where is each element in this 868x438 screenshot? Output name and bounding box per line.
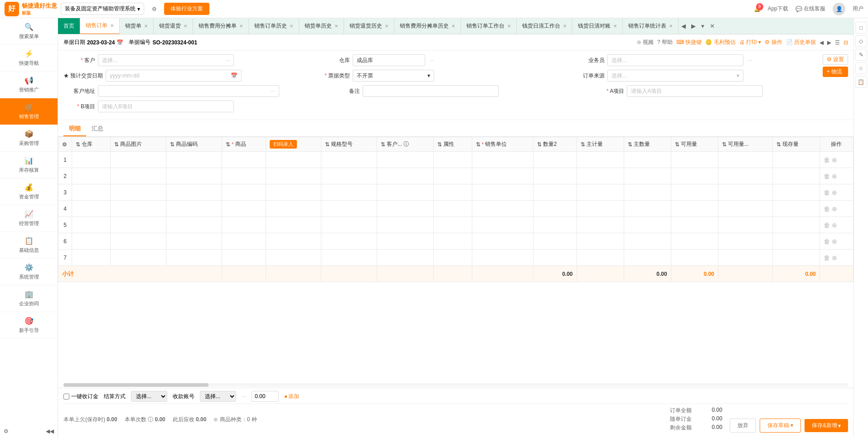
tab-expense-split-close[interactable]: ✕ — [239, 24, 243, 29]
row-6-attribute[interactable] — [433, 233, 472, 250]
warehouse-ellipsis[interactable]: ··· — [430, 57, 434, 63]
tab-cash-reconcile[interactable]: 钱货日清对账 ✕ — [572, 18, 623, 34]
row-7-attribute[interactable] — [433, 250, 472, 266]
row-6-code[interactable] — [166, 233, 222, 250]
row-7-delete-btn[interactable]: 🗑 — [824, 254, 830, 261]
customer-ellipsis[interactable]: ··· — [225, 57, 230, 63]
row-7-qty2[interactable] — [533, 250, 577, 266]
customer-address-input[interactable]: ··· — [98, 85, 279, 97]
tab-prev-btn[interactable]: ◀ — [679, 18, 689, 34]
right-panel-btn-5[interactable]: 📋 — [855, 76, 867, 88]
tab-sales-return[interactable]: 销货单 ✕ — [120, 18, 154, 34]
row-3-sales-unit[interactable] — [472, 184, 533, 201]
online-service-link[interactable]: 💬 在线客服 — [795, 5, 825, 13]
payment-amount-input[interactable] — [252, 391, 279, 402]
row-3-code[interactable] — [166, 184, 222, 201]
row-5-main-qty[interactable] — [624, 217, 671, 233]
tab-sales-refund[interactable]: 销货退货 ✕ — [154, 18, 193, 34]
print-btn[interactable]: 🖨 打印 ▾ — [739, 39, 761, 46]
tab-expense-history-close[interactable]: ✕ — [451, 24, 455, 29]
tab-next-btn[interactable]: ▶ — [689, 18, 698, 34]
one-click-confirm-input[interactable] — [63, 394, 69, 399]
tab-cash-workbench-close[interactable]: ✕ — [563, 24, 567, 29]
user-avatar[interactable]: 👤 — [833, 3, 845, 15]
row-7-spec[interactable] — [321, 250, 377, 266]
calendar-icon[interactable]: 📅 — [116, 39, 123, 46]
tab-sales-return-close[interactable]: ✕ — [144, 24, 148, 29]
row-3-main-qty[interactable] — [624, 184, 671, 201]
sidebar-item-operations[interactable]: 📈 经营管理 — [0, 205, 58, 232]
settings-config-btn[interactable]: ⚙ 设置 — [823, 54, 848, 65]
row-7-warehouse[interactable] — [72, 250, 111, 266]
sidebar-item-marketing[interactable]: 📢 营销推广 — [0, 72, 58, 98]
customer-address-ellipsis[interactable]: ··· — [271, 88, 275, 94]
row-7-main-qty[interactable] — [624, 250, 671, 266]
row-2-delete-btn[interactable]: 🗑 — [824, 173, 830, 180]
toolbar-grid-view[interactable]: ☰ — [835, 39, 840, 46]
row-1-copy-btn[interactable]: ⊕ — [832, 156, 837, 164]
row-5-qty2[interactable] — [533, 217, 577, 233]
system-name-dropdown[interactable]: 装备及固定资产辅助管理系统 ▾ — [61, 3, 144, 15]
history-btn[interactable]: 📄 历史单据 — [786, 39, 816, 46]
tab-expense-history[interactable]: 销售费用分摊单历史 ✕ — [394, 18, 461, 34]
row-3-delete-btn[interactable]: 🗑 — [824, 189, 830, 196]
add-payment-btn[interactable]: ● 添加 — [284, 393, 299, 400]
row-3-qty2[interactable] — [533, 184, 577, 201]
row-3-product[interactable] — [222, 184, 266, 201]
row-7-code[interactable] — [166, 250, 222, 266]
row-1-sales-unit[interactable] — [472, 152, 533, 168]
right-panel-btn-3[interactable]: ✎ — [855, 49, 867, 61]
profit-preview-btn[interactable]: 🪙 毛利预估 — [705, 39, 735, 46]
tab-sales-order[interactable]: 销售订单 ✕ — [80, 18, 120, 34]
sidebar-item-enterprise[interactable]: 🏢 企业协同 — [0, 285, 58, 312]
row-2-cust-code[interactable] — [377, 168, 433, 184]
row-4-product[interactable] — [222, 201, 266, 217]
view-video-btn[interactable]: ⊙ 视频 — [637, 39, 654, 46]
salesperson-input[interactable]: 选择... — [607, 54, 743, 66]
row-4-code[interactable] — [166, 201, 222, 217]
row-6-cust-code[interactable] — [377, 233, 433, 250]
sidebar-item-finance[interactable]: 💰 资金管理 — [0, 178, 58, 205]
tab-refund-history-close[interactable]: ✕ — [385, 24, 388, 29]
row-4-cust-code[interactable] — [377, 201, 433, 217]
sidebar-item-sales[interactable]: 🛒 销售管理 — [0, 98, 58, 125]
row-4-delete-btn[interactable]: 🗑 — [824, 205, 830, 212]
sidebar-item-inventory[interactable]: 📊 库存核算 — [0, 152, 58, 178]
tab-expense-split[interactable]: 销售费用分摊单 ✕ — [193, 18, 249, 34]
tab-sales-order-close[interactable]: ✕ — [110, 23, 114, 28]
detail-tab-detail[interactable]: 明细 — [63, 122, 86, 136]
plan-button[interactable]: 体验行业方案 — [164, 3, 209, 15]
row-1-delete-btn[interactable]: 🗑 — [824, 156, 830, 164]
row-7-sales-unit[interactable] — [472, 250, 533, 266]
row-5-sales-unit[interactable] — [472, 217, 533, 233]
right-panel-btn-2[interactable]: ◇ — [855, 35, 867, 47]
invoice-type-select[interactable]: 不开票 ▾ — [353, 70, 434, 82]
row-1-main-qty[interactable] — [624, 152, 671, 168]
tab-home[interactable]: 首页 — [58, 18, 80, 34]
sidebar-item-search[interactable]: 🔍 搜索菜单 — [0, 18, 58, 45]
toolbar-nav-next[interactable]: ▶ — [827, 39, 831, 46]
row-6-sales-unit[interactable] — [472, 233, 533, 250]
row-2-qty2[interactable] — [533, 168, 577, 184]
row-1-spec[interactable] — [321, 152, 377, 168]
tab-close-all-btn[interactable]: ✕ — [707, 18, 718, 34]
a-project-input[interactable]: 请输入A项目 — [627, 85, 763, 97]
right-panel-btn-1[interactable]: □ — [855, 22, 867, 34]
tab-return-history[interactable]: 销货单历史 ✕ — [299, 18, 344, 34]
row-3-warehouse[interactable] — [72, 184, 111, 201]
sidebar-item-system[interactable]: ⚙️ 系统管理 — [0, 259, 58, 285]
row-6-copy-btn[interactable]: ⊕ — [832, 238, 837, 245]
scrollbar-thumb[interactable] — [63, 383, 209, 387]
scan-btn[interactable]: 扫码录入 — [270, 140, 297, 149]
row-7-product[interactable] — [222, 250, 266, 266]
row-4-spec[interactable] — [321, 201, 377, 217]
row-3-cust-code[interactable] — [377, 184, 433, 201]
row-4-sales-unit[interactable] — [472, 201, 533, 217]
remark-input[interactable] — [363, 85, 499, 97]
row-2-code[interactable] — [166, 168, 222, 184]
customer-input[interactable]: 选择... ··· — [98, 54, 234, 66]
b-project-input[interactable]: 请输入B项目 — [98, 101, 234, 112]
ops-btn[interactable]: ⚙ 操作 — [765, 39, 782, 46]
payment-method-select[interactable]: 选择... — [131, 391, 167, 402]
row-6-main-qty[interactable] — [624, 233, 671, 250]
